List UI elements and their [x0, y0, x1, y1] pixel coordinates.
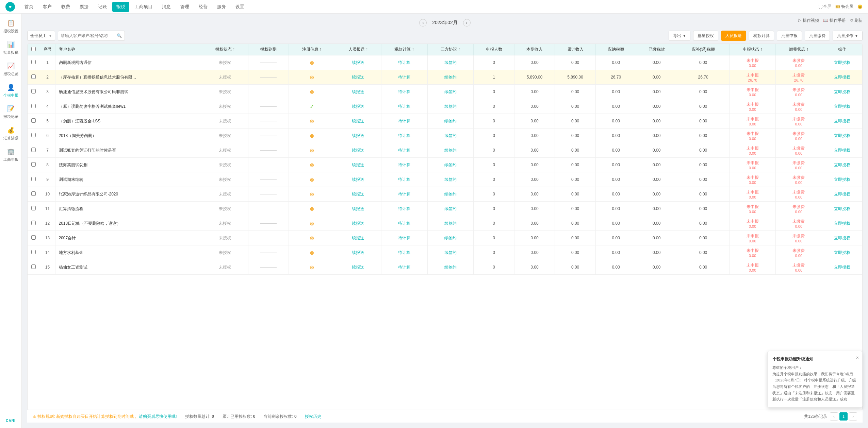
- personnel-report-link[interactable]: 续报送: [352, 177, 364, 182]
- td-checkbox[interactable]: [28, 143, 40, 158]
- nav-tax[interactable]: 报税: [112, 2, 129, 12]
- tax-calc-link[interactable]: 待计算: [398, 60, 410, 65]
- td-checkbox[interactable]: [28, 231, 40, 245]
- third-party-link[interactable]: 续签约: [444, 104, 457, 109]
- row-checkbox[interactable]: [31, 221, 36, 225]
- action-link[interactable]: 立即授权: [834, 206, 850, 211]
- tax-calc-link[interactable]: 待计算: [398, 133, 410, 138]
- sidebar-item-clearance[interactable]: 💰 汇算清缴: [1, 123, 20, 143]
- th-tax-calc[interactable]: 税款计算 ↑: [381, 44, 427, 55]
- batch-auth-btn[interactable]: 批量授权: [693, 31, 718, 41]
- third-party-link[interactable]: 续签约: [444, 221, 457, 226]
- sidebar-item-tax-overview[interactable]: 📈 报税总览: [1, 59, 20, 79]
- tax-calc-btn[interactable]: 税款计算: [749, 31, 774, 41]
- third-party-link[interactable]: 续签约: [444, 60, 457, 65]
- third-party-link[interactable]: 续签约: [444, 148, 457, 153]
- personnel-report-link[interactable]: 续报送: [352, 104, 364, 109]
- member-btn[interactable]: 🎫 畅会员: [835, 4, 853, 10]
- tax-calc-link[interactable]: 待计算: [398, 192, 410, 196]
- third-party-link[interactable]: 续签约: [444, 119, 457, 123]
- td-checkbox[interactable]: [28, 99, 40, 114]
- td-checkbox[interactable]: [28, 85, 40, 99]
- action-link[interactable]: 立即授权: [834, 60, 850, 65]
- third-party-link[interactable]: 续签约: [444, 250, 457, 255]
- row-checkbox[interactable]: [31, 235, 36, 240]
- tax-calc-link[interactable]: 待计算: [398, 236, 410, 240]
- action-link[interactable]: 立即授权: [834, 75, 850, 80]
- third-party-link[interactable]: 续签约: [444, 89, 457, 94]
- action-link[interactable]: 立即授权: [834, 89, 850, 94]
- nav-home[interactable]: 首页: [20, 2, 37, 12]
- th-auth-status[interactable]: 授权状态 ↑: [202, 44, 248, 55]
- batch-report-btn[interactable]: 批量申报: [777, 31, 802, 41]
- operation-video-link[interactable]: ▷ 操作视频: [798, 18, 819, 23]
- nav-message[interactable]: 消息: [158, 2, 175, 12]
- row-checkbox[interactable]: [31, 118, 36, 123]
- td-checkbox[interactable]: [28, 70, 40, 85]
- tax-calc-link[interactable]: 待计算: [398, 162, 410, 167]
- nav-operation[interactable]: 经营: [195, 2, 212, 12]
- action-link[interactable]: 立即授权: [834, 133, 850, 138]
- row-checkbox[interactable]: [31, 104, 36, 108]
- row-checkbox[interactable]: [31, 206, 36, 210]
- th-reg-info[interactable]: 注册信息 ↑: [289, 44, 335, 55]
- personnel-report-link[interactable]: 续报送: [352, 192, 364, 196]
- personnel-report-link[interactable]: 续报送: [352, 75, 364, 80]
- batch-ops-btn[interactable]: 批量操作 ▼: [833, 31, 863, 41]
- nav-business[interactable]: 工商项目: [131, 2, 157, 12]
- personnel-report-btn[interactable]: 人员报送: [721, 31, 746, 41]
- user-avatar[interactable]: 😊: [857, 4, 863, 9]
- th-report-status[interactable]: 申报状态 ↑: [730, 44, 776, 55]
- nav-bookkeeping[interactable]: 记账: [94, 2, 111, 12]
- th-personnel-report[interactable]: 人员报送 ↑: [335, 44, 381, 55]
- nav-manage[interactable]: 管理: [176, 2, 193, 12]
- personnel-report-link[interactable]: 续报送: [352, 265, 364, 270]
- row-checkbox[interactable]: [31, 162, 36, 167]
- third-party-link[interactable]: 续签约: [444, 133, 457, 138]
- td-checkbox[interactable]: [28, 114, 40, 129]
- row-checkbox[interactable]: [31, 133, 36, 137]
- third-party-link[interactable]: 续签约: [444, 177, 457, 182]
- personnel-report-link[interactable]: 续报送: [352, 133, 364, 138]
- action-link[interactable]: 立即授权: [834, 119, 850, 123]
- third-party-link[interactable]: 续签约: [444, 75, 457, 80]
- td-checkbox[interactable]: [28, 172, 40, 187]
- personnel-report-link[interactable]: 续报送: [352, 162, 364, 167]
- sidebar-item-batch-tax[interactable]: 📊 批量报税: [1, 38, 20, 58]
- export-btn[interactable]: 导出 ▼: [669, 31, 690, 41]
- refresh-btn[interactable]: ↻ 刷新: [850, 18, 863, 23]
- row-checkbox[interactable]: [31, 60, 36, 64]
- tax-calc-link[interactable]: 待计算: [398, 206, 410, 211]
- personnel-report-link[interactable]: 续报送: [352, 89, 364, 94]
- popup-close-btn[interactable]: ×: [856, 354, 859, 361]
- personnel-report-link[interactable]: 续报送: [352, 206, 364, 211]
- action-link[interactable]: 立即授权: [834, 162, 850, 167]
- auth-purchase-link[interactable]: 请购买后尽快使用哦!: [139, 414, 177, 419]
- nav-fee[interactable]: 收费: [57, 2, 74, 12]
- sidebar-item-tax-record[interactable]: 📝 报税记录: [1, 102, 20, 122]
- search-input[interactable]: [61, 33, 115, 38]
- prev-page-btn[interactable]: ‹: [830, 412, 838, 421]
- batch-pay-btn[interactable]: 批量缴费: [805, 31, 830, 41]
- operation-manual-link[interactable]: 📖 操作手册: [823, 18, 846, 23]
- nav-invoice[interactable]: 票据: [76, 2, 93, 12]
- search-icon[interactable]: 🔍: [117, 33, 122, 38]
- personnel-report-link[interactable]: 续报送: [352, 148, 364, 153]
- row-checkbox[interactable]: [31, 177, 36, 181]
- sidebar-item-tax-settings[interactable]: 📋 报税设置: [1, 16, 20, 36]
- action-link[interactable]: 立即授权: [834, 221, 850, 226]
- action-link[interactable]: 立即授权: [834, 250, 850, 255]
- sidebar-item-personal-tax[interactable]: 👤 个税申报: [1, 81, 20, 101]
- personnel-report-link[interactable]: 续报送: [352, 60, 364, 65]
- action-link[interactable]: 立即授权: [834, 236, 850, 240]
- tax-calc-link[interactable]: 待计算: [398, 177, 410, 182]
- td-checkbox[interactable]: [28, 129, 40, 143]
- th-pay-status[interactable]: 缴费状态 ↑: [775, 44, 822, 55]
- td-checkbox[interactable]: [28, 55, 40, 70]
- row-checkbox[interactable]: [31, 74, 36, 79]
- tax-calc-link[interactable]: 待计算: [398, 75, 410, 80]
- action-link[interactable]: 立即授权: [834, 104, 850, 109]
- td-checkbox[interactable]: [28, 260, 40, 275]
- row-checkbox[interactable]: [31, 148, 36, 152]
- third-party-link[interactable]: 续签约: [444, 192, 457, 196]
